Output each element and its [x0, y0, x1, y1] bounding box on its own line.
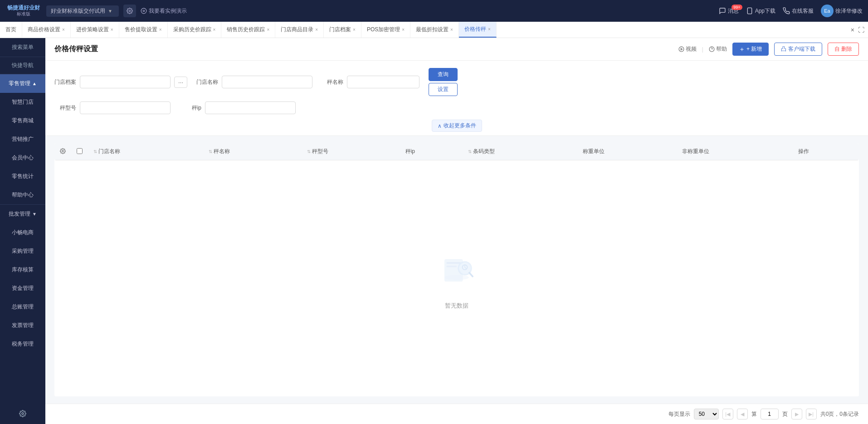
close-icon[interactable]: ×	[159, 27, 162, 32]
sidebar-item-member[interactable]: 会员中心	[0, 149, 45, 167]
online-service-button[interactable]: 在线客服	[783, 7, 814, 15]
download-button[interactable]: 凸 客户端下载	[774, 43, 822, 56]
select-all-checkbox[interactable]	[77, 148, 83, 154]
empty-icon	[436, 247, 477, 296]
store-file-label: 门店档案	[54, 78, 76, 86]
username: 徐泽华修改	[835, 7, 863, 15]
sidebar-item-purchase-label: 采购管理	[12, 247, 34, 255]
last-page-button[interactable]: ▶|	[806, 409, 817, 419]
close-icon[interactable]: ×	[450, 27, 453, 32]
th-weight-unit: 称重单位	[577, 143, 677, 160]
close-icon[interactable]: ×	[62, 27, 65, 32]
tab-min-discount-label: 最低折扣设置	[416, 26, 449, 34]
sidebar-item-marketing[interactable]: 营销推广	[0, 130, 45, 149]
close-icon[interactable]: ×	[111, 27, 113, 32]
th-settings[interactable]	[54, 143, 71, 160]
empty-state: 暂无数据	[54, 160, 859, 396]
settings-button[interactable]	[123, 5, 136, 17]
tab-expand-button[interactable]: ⛶	[858, 26, 864, 34]
tab-sale-extract[interactable]: 售价提取设置 ×	[119, 22, 168, 38]
filter-scale-type: 秤型号	[54, 101, 171, 114]
sidebar-item-invoice[interactable]: 发票管理	[0, 316, 45, 335]
tab-goods-price-label: 商品价格设置	[28, 26, 60, 34]
tab-store-catalog[interactable]: 门店商品目录 ×	[275, 22, 324, 38]
add-button[interactable]: + 新增	[732, 43, 769, 56]
app-sub: 标准版	[17, 11, 30, 17]
settings-button[interactable]: 设置	[429, 83, 458, 96]
sidebar-item-inventory[interactable]: 库存核算	[0, 260, 45, 279]
close-icon[interactable]: ×	[315, 27, 318, 32]
sort-icon[interactable]: ⇅	[93, 149, 97, 154]
sidebar-item-ecom[interactable]: 小畅电商	[0, 223, 45, 242]
user-menu[interactable]: Ea 徐泽华修改	[821, 5, 863, 17]
first-page-button[interactable]: |◀	[722, 409, 733, 419]
sidebar-item-retail-mall[interactable]: 零售商城	[0, 111, 45, 130]
th-checkbox[interactable]	[71, 143, 88, 160]
per-page-select[interactable]: 20 50 100	[694, 409, 719, 419]
query-button[interactable]: 查询	[429, 68, 458, 81]
sidebar-quick-nav[interactable]: 快捷导航	[0, 57, 45, 74]
tab-price-scale-label: 价格传秤	[464, 25, 486, 33]
tab-sales-history[interactable]: 销售历史价跟踪 ×	[221, 22, 275, 38]
page-title: 价格传秤设置	[54, 44, 98, 54]
sidebar-search-menu[interactable]: 搜索菜单	[0, 38, 45, 57]
sidebar-item-tax[interactable]: 税务管理	[0, 335, 45, 353]
store-name-input[interactable]	[222, 76, 312, 88]
pagination: 每页显示 20 50 100 |◀ ◀ 算 页 ▶ ▶| 共0页，0条记录	[45, 404, 868, 424]
sidebar-item-help[interactable]: 帮助中心	[0, 186, 45, 204]
scale-ip-input[interactable]	[205, 101, 296, 114]
next-page-button[interactable]: ▶	[791, 409, 802, 419]
tab-close-all-button[interactable]: ×	[851, 26, 854, 34]
close-icon[interactable]: ×	[488, 27, 491, 32]
scale-ip-label: 秤ip	[180, 104, 201, 112]
sidebar-item-general-ledger-label: 总账管理	[12, 303, 34, 311]
close-icon[interactable]: ×	[353, 27, 356, 32]
sidebar-item-purchase[interactable]: 采购管理	[0, 242, 45, 260]
demo-label: 我要看实例演示	[149, 7, 187, 15]
store-file-dots-button[interactable]: ···	[174, 77, 187, 88]
tab-pos-mgmt[interactable]: POS加密管理 ×	[361, 22, 410, 38]
sort-icon[interactable]: ⇅	[209, 149, 212, 154]
page-number-input[interactable]	[761, 409, 779, 419]
sidebar-item-retail-stats[interactable]: 零售统计	[0, 167, 45, 186]
scale-name-input[interactable]	[347, 76, 419, 88]
sort-icon[interactable]: ⇅	[307, 149, 311, 154]
tab-home[interactable]: 首页	[0, 22, 22, 38]
version-selector[interactable]: 好业财标准版交付试用 ▼	[46, 5, 119, 17]
store-file-input[interactable]	[80, 76, 171, 88]
sidebar-item-retail-mgmt[interactable]: 零售管理 ▲	[0, 74, 45, 93]
svg-point-12	[62, 150, 63, 151]
video-link[interactable]: 视频	[678, 45, 697, 53]
top-bar: 畅捷通好业财 标准版 好业财标准版交付试用 ▼ 我要看实例演示 消息 99+ A…	[0, 0, 868, 22]
th-non-weight-unit: 非称重单位	[677, 143, 793, 160]
close-icon[interactable]: ×	[402, 27, 405, 32]
sidebar-item-retail-stats-label: 零售统计	[12, 173, 34, 180]
tab-store-file[interactable]: 门店档案 ×	[324, 22, 361, 38]
prev-page-button[interactable]: ◀	[737, 409, 748, 419]
scale-type-input[interactable]	[80, 101, 171, 114]
sidebar-settings-button[interactable]	[0, 405, 45, 424]
message-button[interactable]: 消息 99+	[719, 7, 739, 15]
tab-goods-price[interactable]: 商品价格设置 ×	[22, 22, 71, 38]
store-name-label: 门店名称	[196, 78, 218, 86]
sidebar-item-smart-store[interactable]: 智慧门店	[0, 93, 45, 111]
close-icon[interactable]: ×	[267, 27, 269, 32]
online-service-label: 在线客服	[792, 7, 814, 15]
sort-icon[interactable]: ⇅	[468, 149, 472, 154]
sidebar-item-finance[interactable]: 资金管理	[0, 279, 45, 298]
delete-button[interactable]: 自 删除	[828, 43, 859, 56]
sidebar-item-general-ledger[interactable]: 总账管理	[0, 298, 45, 316]
help-link[interactable]: 帮助	[709, 45, 727, 53]
collapse-button[interactable]: ∧ 收起更多条件	[432, 120, 482, 132]
message-badge: 99+	[731, 5, 742, 10]
close-icon[interactable]: ×	[213, 27, 216, 32]
tab-min-discount[interactable]: 最低折扣设置 ×	[410, 22, 459, 38]
app-download-button[interactable]: App下载	[746, 7, 775, 15]
tab-price-scale[interactable]: 价格传秤 ×	[459, 22, 497, 38]
tab-purchase-history[interactable]: 采购历史价跟踪 ×	[168, 22, 222, 38]
tab-purchase-strategy[interactable]: 进价策略设置 ×	[71, 22, 119, 38]
demo-button[interactable]: 我要看实例演示	[141, 7, 187, 15]
sidebar-item-wholesale[interactable]: 批发管理 ▼	[0, 205, 45, 223]
main-content: 价格传秤设置 视频 | 帮助 + 新增 凸 客户端下载	[45, 38, 868, 424]
logo: 畅捷通好业财 标准版	[5, 5, 42, 17]
